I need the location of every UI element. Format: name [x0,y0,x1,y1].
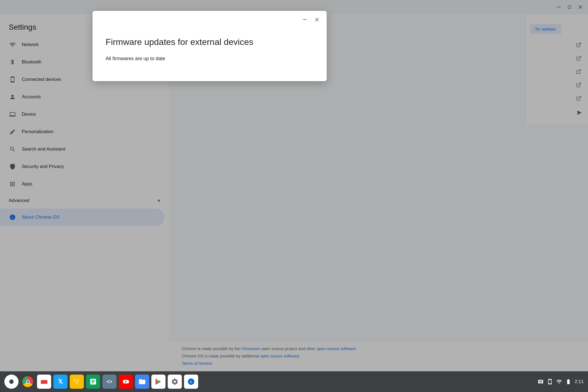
taskbar-app-caret[interactable]: <> [102,375,117,389]
battery-icon[interactable] [565,379,571,385]
taskbar-app-chrome[interactable] [21,375,35,389]
svg-rect-9 [303,19,307,20]
firmware-dialog: Firmware updates for external devices Al… [93,11,327,81]
taskbar-system-tray: 2:11 [538,379,584,385]
taskbar-app-sheets[interactable] [86,375,100,389]
taskbar: 𝕏 💛 <> [0,371,588,392]
launcher-icon [9,379,14,384]
launcher-button[interactable] [4,375,19,389]
taskbar-app-twitter[interactable]: 𝕏 [53,375,68,389]
dialog-minimize-button[interactable] [301,15,309,24]
taskbar-app-settings[interactable] [168,375,182,389]
wifi-status-icon[interactable] [556,379,562,385]
taskbar-app-citrix[interactable]: C [184,375,198,389]
svg-text:C: C [190,380,192,384]
phone-icon[interactable] [547,379,553,385]
taskbar-time: 2:11 [575,379,584,384]
dialog-body: Firmware updates for external devices Al… [93,28,327,81]
taskbar-app-youtube[interactable] [119,375,133,389]
keyboard-icon[interactable] [538,379,544,385]
taskbar-app-files[interactable] [135,375,149,389]
dialog-titlebar [93,11,327,28]
dialog-status-text: All firmwares are up to date [106,56,314,62]
dialog-close-button[interactable] [313,15,321,24]
taskbar-app-keep[interactable]: 💛 [70,375,84,389]
taskbar-apps: 𝕏 💛 <> [21,375,538,389]
dialog-heading: Firmware updates for external devices [106,37,314,47]
taskbar-app-gmail[interactable] [37,375,51,389]
taskbar-app-play[interactable] [151,375,166,389]
